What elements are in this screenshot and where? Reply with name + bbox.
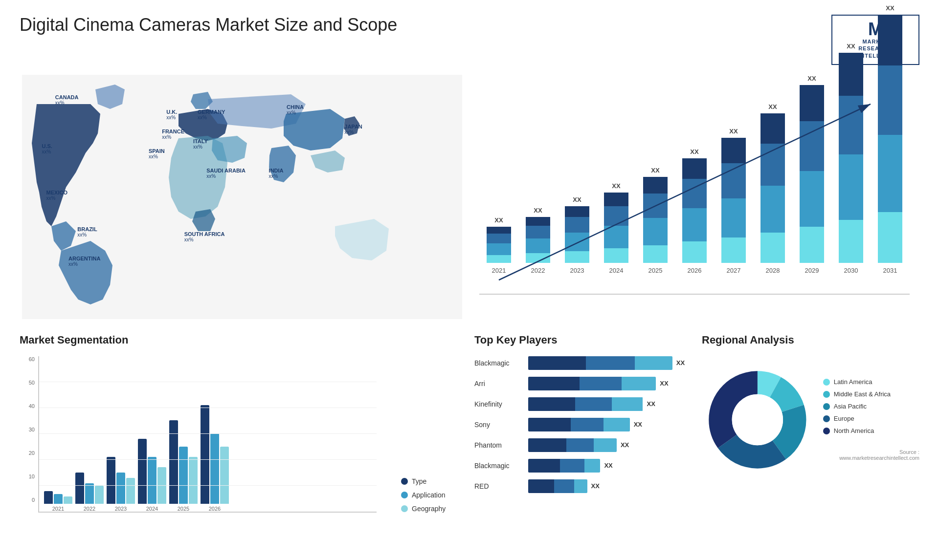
player-row-kinefinity: Kinefinity XX [474, 397, 692, 411]
bar-2025: XX 2025 [643, 167, 668, 274]
bar-2026: XX 2026 [682, 148, 707, 274]
map-label-canada: CANADAxx% [55, 94, 79, 106]
map-label-mexico: MEXICOxx% [46, 190, 67, 201]
map-label-germany: GERMANYxx% [198, 109, 225, 120]
legend-type: Type [401, 477, 465, 485]
donut-chart [702, 361, 813, 478]
reg-legend-mea: Middle East & Africa [823, 390, 919, 398]
reg-legend-northamerica: North America [823, 427, 919, 434]
map-label-argentina: ARGENTINAxx% [68, 256, 100, 267]
players-title: Top Key Players [474, 334, 692, 346]
bar-2027: XX 2027 [721, 128, 746, 274]
player-row-phantom: Phantom XX [474, 438, 692, 452]
regional-legend: Latin America Middle East & Africa Asia … [823, 378, 919, 461]
map-label-brazil: BRAZILxx% [77, 226, 97, 237]
map-container: CANADAxx% U.S.xx% MEXICOxx% BRAZILxx% AR… [20, 75, 465, 319]
bar-2028: XX 2028 [760, 103, 785, 274]
svg-point-8 [732, 394, 783, 445]
map-label-south-africa: SOUTH AFRICAxx% [184, 231, 225, 242]
source-text: Source : www.marketresearchintellect.com [823, 449, 919, 461]
player-row-blackmagic2: Blackmagic XX [474, 459, 692, 473]
bars-wrapper: XX 2021 XX [479, 89, 910, 295]
chart-section: XX 2021 XX [474, 75, 919, 319]
seg-chart-area: 60 50 40 30 20 10 0 [20, 356, 465, 513]
world-map [20, 75, 465, 319]
seg-legend: Type Application Geography [401, 477, 465, 513]
map-label-india: INDIAxx% [269, 168, 284, 179]
legend-application: Application [401, 491, 465, 499]
map-label-france: FRANCExx% [162, 129, 184, 140]
segmentation-section: Market Segmentation 60 50 40 30 20 10 0 [20, 329, 465, 560]
bar-2023: XX 2023 [565, 196, 589, 274]
main-grid: CANADAxx% U.S.xx% MEXICOxx% BRAZILxx% AR… [20, 75, 919, 560]
map-label-china: CHINAxx% [287, 104, 304, 115]
page-title: Digital Cinema Cameras Market Size and S… [20, 15, 397, 35]
map-label-uk: U.K.xx% [166, 109, 177, 120]
map-section: CANADAxx% U.S.xx% MEXICOxx% BRAZILxx% AR… [20, 75, 465, 319]
legend-geography: Geography [401, 505, 465, 513]
player-row-sony: Sony XX [474, 418, 692, 431]
players-inner: Top Key Players Blackmagic XX Arri [474, 334, 692, 560]
map-label-saudi: SAUDI ARABIAxx% [206, 168, 246, 179]
reg-legend-latin: Latin America [823, 378, 919, 386]
map-label-japan: JAPANxx% [344, 124, 362, 135]
player-row-arri: Arri XX [474, 377, 692, 390]
regional-section: Regional Analysis [702, 334, 919, 560]
map-label-us: U.S.xx% [42, 143, 52, 154]
reg-legend-europe: Europe [823, 415, 919, 422]
regional-title: Regional Analysis [702, 334, 919, 346]
map-label-spain: SPAINxx% [149, 148, 165, 159]
bar-2029: XX 2029 [800, 75, 824, 274]
segmentation-title: Market Segmentation [20, 334, 465, 346]
bar-2022: XX 2022 [526, 207, 550, 274]
bar-2021: XX 2021 [487, 216, 511, 274]
map-label-italy: ITALYxx% [193, 138, 208, 150]
bottom-right-section: Top Key Players Blackmagic XX Arri [474, 329, 919, 560]
reg-legend-apac: Asia Pacific [823, 403, 919, 410]
bar-2024: XX 2024 [604, 182, 628, 274]
bar-2030: XX 2030 [839, 43, 863, 274]
header: Digital Cinema Cameras Market Size and S… [20, 15, 919, 65]
player-row-blackmagic1: Blackmagic XX [474, 356, 692, 370]
player-row-red: RED XX [474, 479, 692, 493]
bar-2031: XX 2031 [878, 4, 902, 274]
donut-container: Latin America Middle East & Africa Asia … [702, 361, 919, 478]
